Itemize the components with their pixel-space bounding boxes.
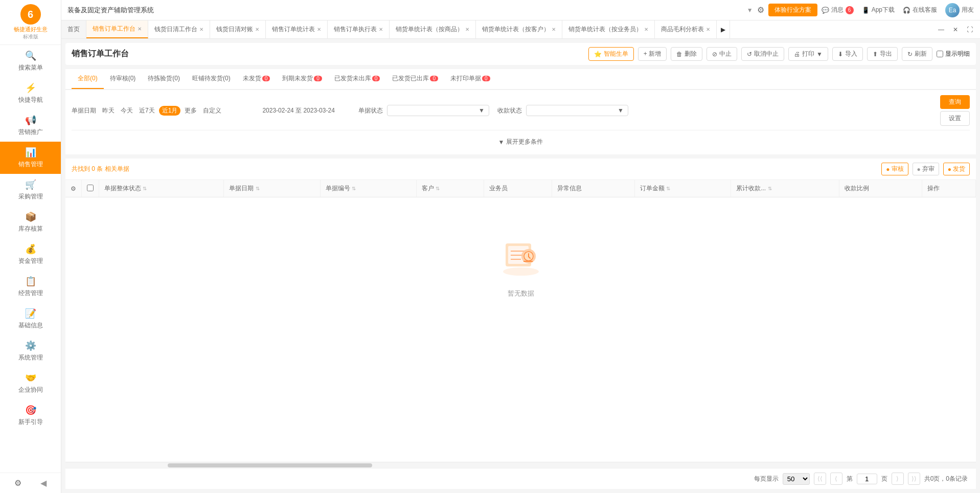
online-service-btn[interactable]: 🎧 在线客服 xyxy=(903,6,937,14)
table-scroll[interactable]: ⚙ 单据整体状态 ⇅ 单据日期 ⇅ xyxy=(65,180,976,462)
first-page-btn[interactable]: ⟨⟨ xyxy=(814,473,826,485)
sort-icon[interactable]: ⇅ xyxy=(352,186,356,191)
show-details-checkbox[interactable] xyxy=(937,51,943,57)
shortcut-1month[interactable]: 近1月 xyxy=(159,106,181,116)
export-btn[interactable]: ⬆ 导出 xyxy=(867,47,898,61)
sidebar-item-inventory[interactable]: 📦 库存核算 xyxy=(0,206,61,238)
tab-close-icon[interactable]: ✕ xyxy=(465,27,469,32)
tab-close-icon[interactable]: ✕ xyxy=(644,27,648,32)
cancel-stop-btn[interactable]: ↺ 取消中止 xyxy=(741,47,784,61)
tab-cash-account[interactable]: 钱货日清对账 ✕ xyxy=(210,20,266,38)
sidebar-item-guide[interactable]: 🎯 新手引导 xyxy=(0,399,61,432)
tab-minimize-btn[interactable]: — xyxy=(935,24,947,36)
filter-tab-shipped-out[interactable]: 已发货已出库0 xyxy=(386,69,444,89)
sidebar-item-sales[interactable]: 📊 销售管理 xyxy=(0,142,61,174)
sort-icon[interactable]: ⇅ xyxy=(256,186,260,191)
horizontal-scrollbar[interactable] xyxy=(65,462,976,468)
filter-tab-not-shipped[interactable]: 未发货0 xyxy=(237,69,277,89)
next-page-btn[interactable]: ⟩ xyxy=(892,473,904,485)
sidebar-item-purchase[interactable]: 🛒 采购管理 xyxy=(0,174,61,206)
filter-tab-shipped-not-out[interactable]: 已发货未出库0 xyxy=(328,69,386,89)
set-btn[interactable]: 设置 xyxy=(940,111,970,126)
shortcut-more[interactable]: 更多 xyxy=(183,106,199,116)
tab-sales-summary-staff[interactable]: 销货单统计表（按业务员） ✕ xyxy=(562,20,655,38)
sidebar-item-base-info[interactable]: 📝 基础信息 xyxy=(0,303,61,335)
table-col-checkbox[interactable] xyxy=(82,180,99,197)
tab-more-btn[interactable]: ▶ xyxy=(717,20,730,38)
sort-icon[interactable]: ⇅ xyxy=(143,186,147,191)
experience-btn[interactable]: 体验行业方案 xyxy=(768,4,817,16)
message-btn[interactable]: 💬 消息 6 xyxy=(822,6,854,14)
user-area[interactable]: Ea 用友 xyxy=(945,3,974,17)
topbar-settings-icon[interactable]: ⚙ xyxy=(757,5,764,15)
sidebar-item-operations[interactable]: 📋 经营管理 xyxy=(0,271,61,303)
shortcut-custom[interactable]: 自定义 xyxy=(201,106,223,116)
sidebar-item-finance[interactable]: 💰 资金管理 xyxy=(0,238,61,271)
sidebar-item-system[interactable]: ⚙️ 系统管理 xyxy=(0,335,61,367)
tab-close-icon[interactable]: ✕ xyxy=(706,27,710,32)
expand-conditions-btn[interactable]: ▼ 展开更多条件 xyxy=(72,135,970,149)
select-all-checkbox[interactable] xyxy=(87,185,94,191)
tab-sales-stats[interactable]: 销售订单统计表 ✕ xyxy=(266,20,328,38)
sort-icon[interactable]: ⇅ xyxy=(666,186,670,191)
review-btn[interactable]: ● 审核 xyxy=(881,163,908,175)
inventory-icon: 📦 xyxy=(25,211,36,222)
tab-close-icon[interactable]: ✕ xyxy=(255,27,259,32)
tab-maximize-btn[interactable]: ⛶ xyxy=(964,24,976,36)
smart-create-btn[interactable]: ⭐ 智能生单 xyxy=(588,47,634,61)
import-btn[interactable]: ⬇ 导入 xyxy=(832,47,863,61)
dropdown-arrow-icon[interactable]: ▼ xyxy=(747,7,753,14)
page-size-select[interactable]: 50 10 20 100 xyxy=(783,473,810,485)
page-input[interactable]: 1 xyxy=(857,474,877,484)
delete-btn[interactable]: 🗑 删除 xyxy=(671,47,702,61)
tab-sales-workbench[interactable]: 销售订单工作台 ✕ xyxy=(86,20,148,38)
settings-icon[interactable]: ⚙ xyxy=(14,478,21,488)
tabbar: 首页 销售订单工作台 ✕ 钱货日清工作台 ✕ 钱货日清对账 ✕ 销售订单统计表 … xyxy=(61,20,980,39)
tab-cash-daily[interactable]: 钱货日清工作台 ✕ xyxy=(148,20,210,38)
cancel-review-btn[interactable]: ● 弃审 xyxy=(913,163,939,175)
last-page-btn[interactable]: ⟩⟩ xyxy=(908,473,920,485)
show-details-toggle[interactable]: 显示明细 xyxy=(937,50,970,58)
stop-btn[interactable]: ⊘ 中止 xyxy=(706,47,737,61)
tab-close-icon[interactable]: ✕ xyxy=(199,27,203,32)
tab-close-icon[interactable]: ✕ xyxy=(552,27,556,32)
filter-tab-wangpu[interactable]: 旺铺待发货(0) xyxy=(186,69,237,89)
tab-sales-exec[interactable]: 销售订单执行表 ✕ xyxy=(328,20,390,38)
sidebar-item-marketing[interactable]: 📢 营销推广 xyxy=(0,109,61,142)
sort-icon[interactable]: ⇅ xyxy=(768,186,772,191)
tab-close-all-btn[interactable]: ✕ xyxy=(949,24,962,36)
sidebar-item-quick-nav[interactable]: ⚡ 快捷导航 xyxy=(0,77,61,109)
scroll-thumb[interactable] xyxy=(168,463,372,467)
enterprise-icon: 🤝 xyxy=(25,372,36,384)
tab-sales-summary-customer[interactable]: 销货单统计表（按客户） ✕ xyxy=(476,20,562,38)
sort-icon[interactable]: ⇅ xyxy=(436,186,440,191)
filter-tab-pending-inspection[interactable]: 待拣验货(0) xyxy=(142,69,186,89)
tab-close-icon[interactable]: ✕ xyxy=(379,27,383,32)
shortcut-7days[interactable]: 近7天 xyxy=(137,106,157,116)
table-col-settings[interactable]: ⚙ xyxy=(65,180,82,197)
sidebar-item-search[interactable]: 🔍 搜索菜单 xyxy=(0,45,61,77)
prev-page-btn[interactable]: ⟨ xyxy=(830,473,842,485)
tab-sales-summary-product[interactable]: 销货单统计表（按商品） ✕ xyxy=(390,20,476,38)
settings-icon[interactable]: ⚙ xyxy=(71,185,76,192)
filter-tab-pending-review[interactable]: 待审核(0) xyxy=(104,69,142,89)
shortcut-yesterday[interactable]: 昨天 xyxy=(100,106,117,116)
ship-btn[interactable]: ● 发货 xyxy=(943,163,970,175)
filter-tab-not-printed[interactable]: 未打印单据0 xyxy=(444,69,496,89)
collapse-icon[interactable]: ◀ xyxy=(40,478,47,488)
sidebar-item-enterprise[interactable]: 🤝 企业协同 xyxy=(0,367,61,399)
status-select[interactable]: ▼ xyxy=(387,105,489,116)
shortcut-today[interactable]: 今天 xyxy=(119,106,135,116)
tab-close-icon[interactable]: ✕ xyxy=(138,26,142,32)
tab-margin-analysis[interactable]: 商品毛利分析表 ✕ xyxy=(655,20,717,38)
add-btn[interactable]: + 新增 xyxy=(638,47,667,61)
app-download-btn[interactable]: 📱 App下载 xyxy=(862,6,895,14)
filter-tab-expired[interactable]: 到期未发货0 xyxy=(276,69,328,89)
query-btn[interactable]: 查询 xyxy=(940,95,970,109)
payment-select[interactable]: ▼ xyxy=(526,105,628,116)
refresh-btn[interactable]: ↻ 刷新 xyxy=(902,47,932,61)
print-btn[interactable]: 🖨 打印 ▼ xyxy=(788,47,828,61)
tab-close-icon[interactable]: ✕ xyxy=(317,27,321,32)
tab-home[interactable]: 首页 xyxy=(61,20,86,38)
filter-tab-all[interactable]: 全部(0) xyxy=(72,69,104,89)
